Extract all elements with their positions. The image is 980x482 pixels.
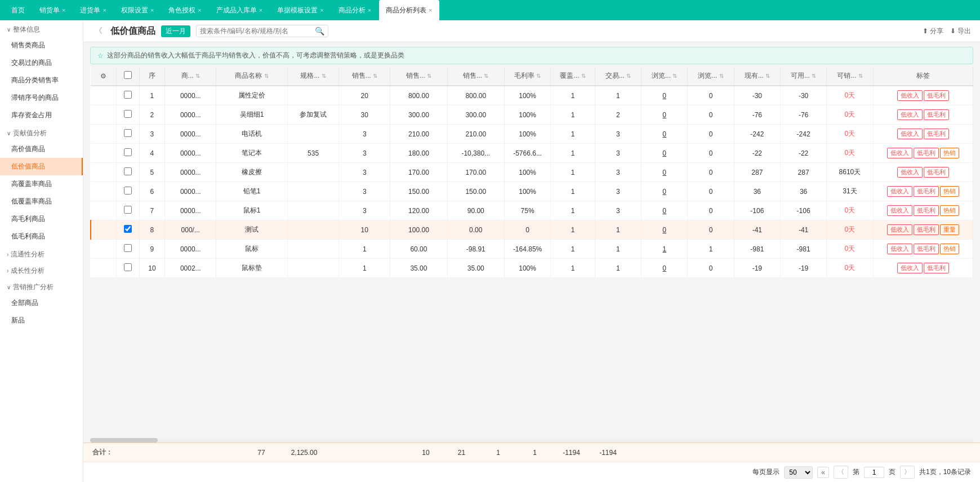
select-all-checkbox[interactable]: [124, 71, 132, 79]
prev-page-button[interactable]: 〈: [834, 466, 848, 479]
sidebar-item-low-coverage[interactable]: 低覆盖率商品: [0, 193, 83, 210]
cell-check[interactable]: [117, 220, 140, 240]
browse-link[interactable]: 0: [662, 111, 666, 119]
cell-check[interactable]: [117, 163, 140, 182]
browse-link[interactable]: 0: [662, 130, 666, 138]
cell-browse1[interactable]: 0: [642, 144, 688, 163]
row-checkbox[interactable]: [124, 244, 132, 252]
row-checkbox[interactable]: [124, 263, 132, 271]
cell-check[interactable]: [117, 125, 140, 144]
col-trade-count[interactable]: 交易... ⇅: [595, 67, 641, 86]
search-icon[interactable]: 🔍: [315, 26, 324, 36]
sidebar-item-low-value[interactable]: 低价值商品: [0, 158, 83, 175]
sidebar-item-all-products[interactable]: 全部商品: [0, 294, 83, 312]
col-sale-qty[interactable]: 销售... ⇅: [339, 67, 390, 86]
cell-check[interactable]: [117, 86, 140, 105]
col-gross-rate[interactable]: 毛利率 ⇅: [504, 67, 550, 86]
close-icon[interactable]: ×: [103, 7, 106, 14]
col-coverage[interactable]: 覆盖... ⇅: [551, 67, 595, 86]
cell-browse1[interactable]: 0: [642, 220, 688, 240]
cell-browse1[interactable]: 0: [642, 259, 688, 278]
close-icon[interactable]: ×: [320, 7, 323, 14]
browse-link[interactable]: 1: [662, 245, 666, 253]
cell-browse1[interactable]: 0: [642, 105, 688, 125]
sidebar-item-new-products[interactable]: 新品: [0, 312, 83, 329]
cell-browse1[interactable]: 0: [642, 201, 688, 220]
cell-check[interactable]: [117, 105, 140, 125]
col-sale-profit[interactable]: 销售... ⇅: [447, 67, 504, 86]
sidebar-item-traded-products[interactable]: 交易过的商品: [0, 54, 83, 72]
horizontal-scrollbar[interactable]: [90, 438, 973, 443]
cell-check[interactable]: [117, 182, 140, 201]
row-checkbox[interactable]: [124, 129, 132, 137]
sidebar-group-overall[interactable]: ∨ 整体信息: [0, 20, 83, 37]
close-icon[interactable]: ×: [368, 7, 371, 14]
col-avail[interactable]: 可用... ⇅: [780, 67, 826, 86]
sidebar-item-high-margin[interactable]: 高毛利商品: [0, 210, 83, 228]
page-number-input[interactable]: [864, 467, 884, 478]
cell-browse1[interactable]: 0: [642, 125, 688, 144]
row-checkbox[interactable]: [124, 206, 132, 214]
date-filter-badge[interactable]: 近一月: [161, 25, 190, 37]
close-icon[interactable]: ×: [62, 7, 65, 14]
col-settings[interactable]: ⚙: [91, 67, 117, 86]
col-sale-amount[interactable]: 销售... ⇅: [390, 67, 447, 86]
row-checkbox[interactable]: [124, 148, 132, 156]
close-icon[interactable]: ×: [150, 7, 154, 14]
close-icon[interactable]: ×: [198, 7, 201, 14]
sidebar-group-marketing[interactable]: ∨ 营销推广分析: [0, 278, 83, 294]
sidebar-group-growth[interactable]: › 成长性分析: [0, 262, 83, 278]
cell-check[interactable]: [117, 259, 140, 278]
browse-link[interactable]: 0: [662, 92, 666, 100]
nav-role[interactable]: 角色授权 ×: [162, 0, 208, 20]
sidebar-item-low-margin[interactable]: 低毛利商品: [0, 228, 83, 245]
close-icon[interactable]: ×: [429, 7, 432, 14]
browse-link[interactable]: 0: [662, 226, 666, 234]
row-checkbox[interactable]: [124, 167, 132, 175]
cell-check[interactable]: [117, 201, 140, 220]
nav-permission[interactable]: 权限设置 ×: [114, 0, 161, 20]
nav-purchase[interactable]: 进货单 ×: [73, 0, 113, 20]
cell-browse1[interactable]: 0: [642, 163, 688, 182]
row-checkbox[interactable]: [124, 187, 132, 194]
col-browse1[interactable]: 浏览... ⇅: [642, 67, 688, 86]
col-browse2[interactable]: 浏览... ⇅: [688, 67, 734, 86]
sidebar-item-slow-products[interactable]: 滞销序号的商品: [0, 89, 83, 107]
first-page-button[interactable]: «: [817, 467, 829, 478]
col-name[interactable]: 商品名称 ⇅: [216, 67, 288, 86]
row-checkbox[interactable]: [124, 110, 132, 118]
nav-home[interactable]: 首页: [5, 0, 32, 20]
nav-template[interactable]: 单据模板设置 ×: [270, 0, 330, 20]
search-input[interactable]: [200, 27, 313, 35]
row-checkbox[interactable]: [124, 225, 132, 233]
browse-link[interactable]: 0: [662, 188, 666, 196]
close-icon[interactable]: ×: [259, 7, 262, 14]
nav-warehouse[interactable]: 产成品入库单 ×: [210, 0, 269, 20]
scroll-thumb[interactable]: [90, 438, 158, 443]
col-checkbox[interactable]: [117, 67, 140, 86]
sidebar-item-high-value[interactable]: 高价值商品: [0, 140, 83, 158]
sidebar-item-inventory-capital[interactable]: 库存资金占用: [0, 107, 83, 124]
sidebar-collapse-button[interactable]: 《: [92, 26, 105, 36]
col-code[interactable]: 商... ⇅: [165, 67, 216, 86]
page-size-select[interactable]: 50 100 200: [784, 466, 813, 479]
browse-link[interactable]: 0: [662, 264, 666, 272]
cell-browse1[interactable]: 1: [642, 240, 688, 259]
share-button[interactable]: ⬆ 分享: [923, 26, 943, 36]
cell-check[interactable]: [117, 144, 140, 163]
sidebar-item-high-coverage[interactable]: 高覆盖率商品: [0, 175, 83, 193]
sidebar-group-contribution[interactable]: ∨ 贡献值分析: [0, 124, 83, 140]
nav-product-analysis-list[interactable]: 商品分析列表 ×: [379, 0, 439, 20]
browse-link[interactable]: 0: [662, 207, 666, 215]
browse-link[interactable]: 0: [662, 149, 666, 157]
cell-browse1[interactable]: 0: [642, 86, 688, 105]
sidebar-item-category-sales-rate[interactable]: 商品分类销售率: [0, 72, 83, 89]
sidebar-group-liquidity[interactable]: › 流通性分析: [0, 245, 83, 262]
cell-browse1[interactable]: 0: [642, 182, 688, 201]
row-checkbox[interactable]: [124, 91, 132, 99]
next-page-button[interactable]: 〉: [900, 466, 915, 479]
col-stock[interactable]: 现有... ⇅: [734, 67, 780, 86]
sidebar-item-sales-products[interactable]: 销售类商品: [0, 37, 83, 54]
cell-check[interactable]: [117, 240, 140, 259]
col-salable[interactable]: 可销... ⇅: [827, 67, 873, 86]
